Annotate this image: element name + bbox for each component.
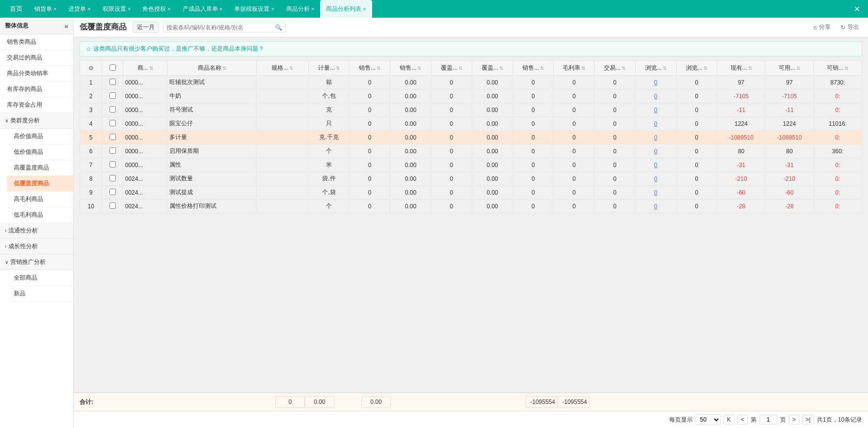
nav-permission[interactable]: 权限设置 ×: [97, 0, 136, 18]
col-spec[interactable]: 规格...⇅: [257, 61, 309, 76]
col-code[interactable]: 商...⇅: [123, 61, 167, 76]
sidebar-item-high-value[interactable]: 高价值商品: [7, 129, 73, 144]
row-unit: 只: [308, 117, 349, 131]
nav-close-template[interactable]: ×: [271, 6, 274, 12]
sidebar-group-cluster[interactable]: ∨ 类群度分析: [0, 113, 73, 129]
row-unit: 个: [308, 200, 349, 213]
row-browse2: 0: [676, 117, 717, 131]
row-checkbox[interactable]: [102, 131, 123, 144]
nav-close-product-analysis[interactable]: ×: [311, 6, 314, 12]
search-icon[interactable]: 🔍: [275, 24, 282, 31]
col-stock2[interactable]: 可用...⇅: [765, 61, 814, 76]
col-cover2[interactable]: 覆盖...⇅: [472, 61, 513, 76]
select-all-checkbox[interactable]: [109, 64, 116, 71]
row-checkbox[interactable]: [102, 76, 123, 89]
row-browse1[interactable]: 0: [635, 76, 676, 89]
sidebar-item-traded-goods[interactable]: 交易过的商品: [0, 50, 73, 66]
col-cover1[interactable]: 覆盖...⇅: [431, 61, 472, 76]
row-sales3: 0: [513, 117, 553, 131]
row-browse1[interactable]: 0: [635, 172, 676, 186]
row-checkbox[interactable]: [102, 117, 123, 131]
row-checkbox[interactable]: [102, 158, 123, 172]
row-checkbox[interactable]: [102, 186, 123, 200]
row-browse1[interactable]: 0: [635, 200, 676, 213]
row-browse1[interactable]: 0: [635, 103, 676, 117]
col-browse1[interactable]: 浏览...⇅: [635, 61, 676, 76]
settings-icon[interactable]: ⚙: [88, 65, 94, 72]
export-button[interactable]: ↻ 导出: [838, 22, 862, 32]
row-checkbox[interactable]: [102, 172, 123, 186]
nav-home[interactable]: 首页: [4, 0, 28, 18]
nav-close-list[interactable]: ×: [363, 6, 366, 12]
nav-finished[interactable]: 产成品入库单 ×: [177, 0, 228, 18]
last-page-button[interactable]: >|: [802, 415, 814, 425]
per-page-select[interactable]: 50 100 200: [696, 414, 721, 425]
row-browse1[interactable]: 0: [635, 117, 676, 131]
search-box[interactable]: 🔍: [163, 23, 286, 32]
col-sales2[interactable]: 销售...⇅: [390, 61, 431, 76]
row-browse1[interactable]: 0: [635, 89, 676, 103]
row-saleable: 11016:: [814, 117, 862, 131]
col-sales1[interactable]: 销售...⇅: [350, 61, 390, 76]
row-trade: 0: [595, 200, 635, 213]
sidebar-item-all-goods[interactable]: 全部商品: [7, 270, 73, 286]
sidebar-item-sales-goods[interactable]: 销售类商品: [0, 34, 73, 50]
col-margin[interactable]: 毛利率⇅: [554, 61, 595, 76]
sidebar-item-low-value[interactable]: 低价值商品: [7, 144, 73, 160]
sidebar-item-stock-fund[interactable]: 库存资金占用: [0, 97, 73, 113]
row-checkbox[interactable]: [102, 103, 123, 117]
page-number-input[interactable]: [760, 415, 777, 425]
nav-sales[interactable]: 销货单 ×: [28, 0, 62, 18]
col-stock1[interactable]: 现有...⇅: [717, 61, 765, 76]
main-layout: 整体信息 « 销售类商品 交易过的商品 商品分类动销率 有库存的商品 库存资金占…: [0, 18, 868, 428]
row-browse2: 0: [676, 144, 717, 158]
date-filter-button[interactable]: 近一月: [133, 22, 159, 33]
col-browse2[interactable]: 浏览...⇅: [676, 61, 717, 76]
nav-role[interactable]: 角色授权 ×: [136, 0, 176, 18]
row-checkbox[interactable]: [102, 200, 123, 213]
share-button[interactable]: ⎋ 分享: [811, 22, 834, 32]
sidebar-group-growth[interactable]: › 成长性分析: [0, 239, 73, 255]
table-wrapper[interactable]: ⚙ 商...⇅ 商品名称⇅ 规格...⇅ 计量...⇅ 销售...⇅ 销售...…: [74, 60, 868, 392]
nav-close-role[interactable]: ×: [167, 6, 170, 12]
sidebar-collapse-button[interactable]: «: [64, 22, 68, 30]
row-browse1[interactable]: 0: [635, 186, 676, 200]
nav-close-finished[interactable]: ×: [219, 6, 222, 12]
sidebar-item-low-coverage[interactable]: 低覆盖度商品: [7, 176, 73, 192]
row-browse1[interactable]: 0: [635, 158, 676, 172]
row-stock2: -7105: [765, 89, 814, 103]
sidebar-item-category-rate[interactable]: 商品分类动销率: [0, 66, 73, 82]
sidebar-item-high-margin[interactable]: 高毛利商品: [7, 192, 73, 207]
col-unit[interactable]: 计量...⇅: [308, 61, 349, 76]
col-trade[interactable]: 交易...⇅: [595, 61, 635, 76]
row-browse1[interactable]: 0: [635, 144, 676, 158]
nav-template[interactable]: 单据模板设置 ×: [228, 0, 280, 18]
row-checkbox[interactable]: [102, 89, 123, 103]
nav-close-permission[interactable]: ×: [128, 6, 131, 12]
row-browse1[interactable]: 0: [635, 131, 676, 144]
sidebar-item-stock-goods[interactable]: 有库存的商品: [0, 82, 73, 97]
sidebar-item-low-margin[interactable]: 低毛利商品: [7, 207, 73, 223]
next-page-button[interactable]: >: [789, 415, 799, 425]
col-name[interactable]: 商品名称⇅: [167, 61, 257, 76]
nav-product-analysis-list[interactable]: 商品分析列表 ×: [320, 0, 372, 18]
sidebar-group-circulation[interactable]: › 流通性分析: [0, 223, 73, 239]
row-code: 0000...: [123, 131, 167, 144]
prev-page-button[interactable]: <: [737, 415, 748, 425]
search-input[interactable]: [166, 24, 275, 31]
nav-product-analysis[interactable]: 商品分析 ×: [280, 0, 320, 18]
row-checkbox[interactable]: [102, 144, 123, 158]
nav-purchase[interactable]: 进货单 ×: [62, 0, 96, 18]
nav-close-purchase[interactable]: ×: [87, 6, 90, 12]
first-page-button[interactable]: K: [724, 415, 734, 425]
row-saleable: 0:: [814, 131, 862, 144]
window-close-button[interactable]: ✕: [850, 4, 864, 14]
col-checkbox-all[interactable]: [102, 61, 123, 76]
sidebar-item-new-goods[interactable]: 新品: [7, 286, 73, 302]
sidebar-item-high-coverage[interactable]: 高覆盖度商品: [7, 160, 73, 176]
nav-close-sales[interactable]: ×: [54, 6, 56, 12]
col-saleable[interactable]: 可销...⇅: [814, 61, 862, 76]
col-settings[interactable]: ⚙: [80, 61, 102, 76]
sidebar-group-marketing[interactable]: ∨ 营销推广分析: [0, 255, 73, 270]
col-sales3[interactable]: 销售...⇅: [513, 61, 553, 76]
